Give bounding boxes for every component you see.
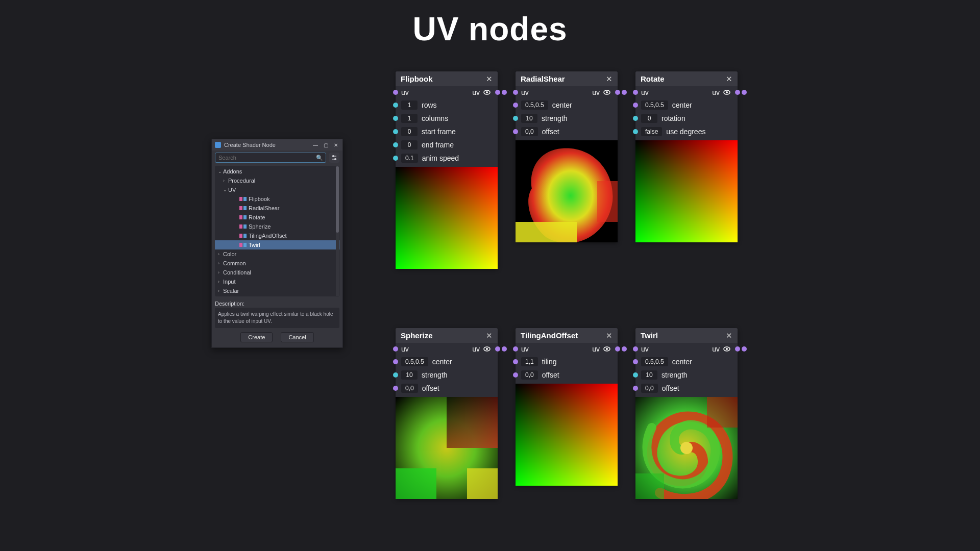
port-strength[interactable] bbox=[393, 372, 398, 378]
port-rows[interactable] bbox=[393, 103, 398, 108]
tree-scrollbar[interactable] bbox=[336, 166, 339, 296]
tree-item-flipbook[interactable]: Flipbook bbox=[215, 194, 339, 204]
tree-addons[interactable]: ⌄Addons bbox=[215, 167, 339, 176]
close-icon[interactable]: ✕ bbox=[486, 75, 493, 83]
tree-conditional[interactable]: ›Conditional bbox=[215, 268, 339, 277]
center-input[interactable]: 0.5,0.5 bbox=[521, 101, 548, 110]
port-center[interactable] bbox=[513, 103, 518, 108]
columns-input[interactable]: 1 bbox=[401, 114, 418, 123]
port-uv-out[interactable] bbox=[495, 346, 500, 352]
search-input[interactable] bbox=[215, 153, 326, 163]
port-external[interactable] bbox=[502, 346, 507, 352]
tree-color[interactable]: ›Color bbox=[215, 249, 339, 259]
port-anim-speed[interactable] bbox=[393, 156, 398, 161]
rotation-input[interactable]: 0 bbox=[641, 114, 657, 123]
port-uv-in[interactable] bbox=[513, 90, 518, 95]
node-flipbook[interactable]: Flipbook ✕ uv uv 1rows 1columns 0start f… bbox=[396, 71, 498, 269]
node-twirl[interactable]: Twirl ✕ uv uv 0.5,0.5center 10strength 0… bbox=[635, 328, 738, 499]
close-icon[interactable]: ✕ bbox=[606, 75, 612, 83]
node-header[interactable]: Twirl ✕ bbox=[635, 328, 738, 343]
tree-procedural[interactable]: ›Procedural bbox=[215, 176, 339, 185]
tiling-input[interactable]: 1,1 bbox=[521, 357, 538, 366]
close-icon[interactable]: ✕ bbox=[726, 332, 732, 339]
tree-scalar[interactable]: ›Scalar bbox=[215, 286, 339, 295]
create-button[interactable]: Create bbox=[240, 332, 273, 342]
port-uv-out[interactable] bbox=[495, 90, 500, 95]
tree-item-tilingandoffset[interactable]: TilingAndOffset bbox=[215, 231, 339, 240]
strength-input[interactable]: 10 bbox=[521, 114, 537, 123]
tree-common[interactable]: ›Common bbox=[215, 259, 339, 268]
preview-icon[interactable] bbox=[483, 346, 491, 352]
port-uv-in[interactable] bbox=[633, 90, 638, 95]
rows-input[interactable]: 1 bbox=[401, 101, 418, 110]
port-center[interactable] bbox=[393, 359, 398, 364]
tree-item-twirl[interactable]: Twirl bbox=[215, 240, 339, 249]
port-external[interactable] bbox=[622, 346, 627, 352]
close-icon[interactable]: ✕ bbox=[606, 332, 612, 339]
port-offset[interactable] bbox=[513, 372, 518, 378]
minimize-button[interactable]: — bbox=[312, 141, 319, 148]
port-uv-out[interactable] bbox=[615, 90, 620, 95]
tree-uv[interactable]: ⌄UV bbox=[215, 185, 339, 194]
port-strength[interactable] bbox=[633, 372, 638, 378]
offset-input[interactable]: 0,0 bbox=[521, 370, 538, 380]
close-window-button[interactable]: ✕ bbox=[332, 141, 339, 148]
offset-input[interactable]: 0,0 bbox=[641, 384, 658, 393]
close-icon[interactable]: ✕ bbox=[726, 75, 732, 83]
port-end-frame[interactable] bbox=[393, 142, 398, 147]
tree-item-rotate[interactable]: Rotate bbox=[215, 213, 339, 222]
port-external[interactable] bbox=[502, 90, 507, 95]
preview-icon[interactable] bbox=[603, 346, 611, 352]
port-uv-in[interactable] bbox=[393, 346, 398, 352]
node-rotate[interactable]: Rotate ✕ uv uv 0.5,0.5center 0rotation f… bbox=[635, 71, 738, 242]
port-uv-in[interactable] bbox=[513, 346, 518, 352]
preview-icon[interactable] bbox=[603, 89, 611, 95]
node-header[interactable]: Flipbook ✕ bbox=[396, 71, 498, 86]
port-center[interactable] bbox=[633, 359, 638, 364]
port-center[interactable] bbox=[633, 103, 638, 108]
port-rotation[interactable] bbox=[633, 116, 638, 121]
port-uv-in[interactable] bbox=[393, 90, 398, 95]
tree-input[interactable]: ›Input bbox=[215, 277, 339, 286]
port-strength[interactable] bbox=[513, 116, 518, 121]
port-offset[interactable] bbox=[393, 386, 398, 391]
preview-icon[interactable] bbox=[483, 89, 491, 95]
port-offset[interactable] bbox=[513, 129, 518, 134]
strength-input[interactable]: 10 bbox=[401, 370, 418, 380]
port-external[interactable] bbox=[622, 90, 627, 95]
filter-button[interactable] bbox=[329, 153, 339, 163]
maximize-button[interactable]: ▢ bbox=[322, 141, 329, 148]
center-input[interactable]: 0.5,0.5 bbox=[641, 101, 668, 110]
end-frame-input[interactable]: 0 bbox=[401, 140, 418, 149]
port-start-frame[interactable] bbox=[393, 129, 398, 134]
tree-item-spherize[interactable]: Spherize bbox=[215, 222, 339, 231]
dialog-titlebar[interactable]: Create Shader Node — ▢ ✕ bbox=[212, 139, 342, 151]
port-uv-out[interactable] bbox=[735, 346, 740, 352]
port-uv-in[interactable] bbox=[633, 346, 638, 352]
port-uv-out[interactable] bbox=[615, 346, 620, 352]
offset-input[interactable]: 0,0 bbox=[401, 384, 418, 393]
strength-input[interactable]: 10 bbox=[641, 370, 657, 380]
center-input[interactable]: 0.5,0.5 bbox=[641, 357, 668, 366]
port-tiling[interactable] bbox=[513, 359, 518, 364]
preview-icon[interactable] bbox=[723, 346, 731, 352]
port-uv-out[interactable] bbox=[735, 90, 740, 95]
node-header[interactable]: Rotate ✕ bbox=[635, 71, 738, 86]
node-radialshear[interactable]: RadialShear ✕ uv uv 0.5,0.5center 10stre… bbox=[516, 71, 618, 242]
port-columns[interactable] bbox=[393, 116, 398, 121]
node-header[interactable]: Spherize ✕ bbox=[396, 328, 498, 343]
cancel-button[interactable]: Cancel bbox=[281, 332, 313, 342]
node-spherize[interactable]: Spherize ✕ uv uv 0.5,0.5center 10strengt… bbox=[396, 328, 498, 499]
preview-icon[interactable] bbox=[723, 89, 731, 95]
port-external[interactable] bbox=[742, 346, 747, 352]
use-degrees-input[interactable]: false bbox=[641, 127, 662, 136]
offset-input[interactable]: 0,0 bbox=[521, 127, 538, 136]
anim-speed-input[interactable]: 0.1 bbox=[401, 154, 418, 163]
start-frame-input[interactable]: 0 bbox=[401, 127, 418, 136]
node-header[interactable]: RadialShear ✕ bbox=[516, 71, 618, 86]
port-external[interactable] bbox=[742, 90, 747, 95]
node-tilingandoffset[interactable]: TilingAndOffset ✕ uv uv 1,1tiling 0,0off… bbox=[516, 328, 618, 486]
port-offset[interactable] bbox=[633, 386, 638, 391]
close-icon[interactable]: ✕ bbox=[486, 332, 493, 339]
tree-item-radialshear[interactable]: RadialShear bbox=[215, 204, 339, 213]
